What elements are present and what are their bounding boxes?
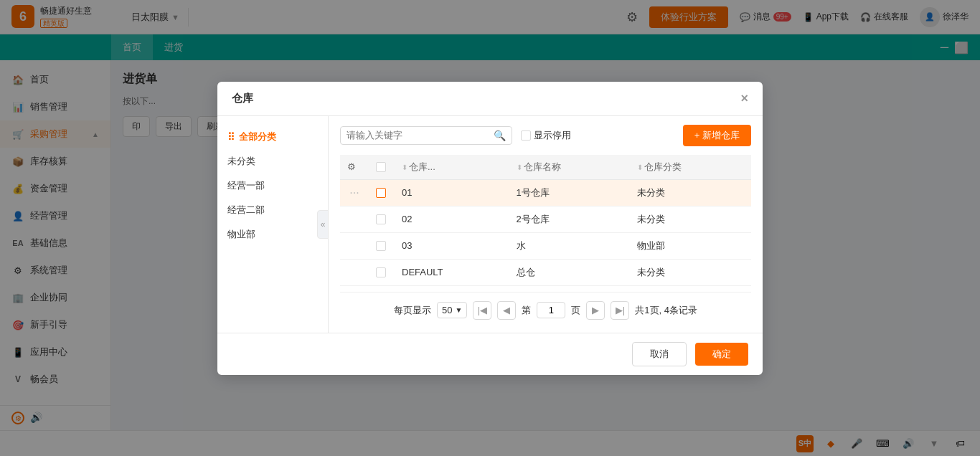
per-page-dropdown-icon: ▼ — [455, 306, 462, 314]
col-header-code: ⬍仓库... — [395, 155, 509, 180]
next-page-btn[interactable]: ▶ — [586, 301, 605, 320]
prev-page-btn[interactable]: ◀ — [497, 301, 516, 320]
search-box: 🔍 — [340, 126, 512, 145]
row-category-cell: 未分类 — [630, 179, 751, 206]
row-checkbox-cell — [369, 179, 395, 206]
row-category-cell: 未分类 — [630, 259, 751, 285]
col-header-checkbox — [369, 155, 395, 180]
modal-overlay: 仓库 × ⠿ 全部分类 未分类 经营一部 经营二部 物业部 « — [0, 0, 980, 456]
row-actions-cell — [340, 206, 369, 232]
warehouse-modal: 仓库 × ⠿ 全部分类 未分类 经营一部 经营二部 物业部 « — [217, 82, 763, 375]
modal-close-button[interactable]: × — [740, 92, 748, 105]
row-name-cell: 2号仓库 — [509, 206, 631, 232]
first-page-btn[interactable]: |◀ — [473, 301, 491, 320]
row-checkbox[interactable] — [376, 214, 386, 224]
modal-body: ⠿ 全部分类 未分类 经营一部 经营二部 物业部 « 🔍 — [217, 116, 763, 333]
row-name-cell: 水 — [509, 232, 631, 259]
search-input[interactable] — [347, 130, 494, 141]
row-actions-cell: ··· — [340, 179, 369, 206]
all-categories-item[interactable]: ⠿ 全部分类 — [217, 125, 328, 149]
page-number-input[interactable] — [537, 302, 565, 318]
modal-header: 仓库 × — [217, 82, 763, 116]
row-checkbox[interactable] — [376, 241, 386, 251]
warehouse-toolbar: 🔍 显示停用 + 新增仓库 — [340, 125, 751, 146]
table-row: ··· 01 1号仓库 未分类 — [340, 179, 751, 206]
table-row: 03 水 物业部 — [340, 232, 751, 259]
category-item-unclassified[interactable]: 未分类 — [217, 149, 328, 174]
warehouse-table-wrapper: ⚙ ⬍仓库... ⬍仓库名称 — [340, 155, 751, 286]
row-action-btn[interactable]: ··· — [349, 186, 359, 199]
row-category-cell: 物业部 — [630, 232, 751, 259]
category-item-property[interactable]: 物业部 — [217, 222, 328, 247]
row-code-cell: 03 — [395, 232, 509, 259]
row-checkbox-cell — [369, 206, 395, 232]
row-name-cell: 1号仓库 — [509, 179, 631, 206]
modal-footer: 取消 确定 — [217, 333, 763, 375]
total-info: 共1页, 4条记录 — [635, 304, 697, 317]
search-icon[interactable]: 🔍 — [494, 130, 506, 141]
category-item-ops1[interactable]: 经营一部 — [217, 174, 328, 198]
row-code-cell: 01 — [395, 179, 509, 206]
row-checkbox[interactable] — [376, 188, 386, 198]
row-code-cell: 02 — [395, 206, 509, 232]
table-row: DEFAULT 总仓 未分类 — [340, 259, 751, 285]
category-collapse-button[interactable]: « — [317, 210, 329, 239]
row-actions-cell — [340, 259, 369, 285]
grid-icon: ⠿ — [227, 131, 235, 143]
per-page-select[interactable]: 50 ▼ — [437, 302, 467, 318]
col-header-category: ⬍仓库分类 — [630, 155, 751, 180]
cancel-button[interactable]: 取消 — [632, 342, 687, 366]
warehouse-table: ⚙ ⬍仓库... ⬍仓库名称 — [340, 155, 751, 286]
category-panel: ⠿ 全部分类 未分类 经营一部 经营二部 物业部 « — [217, 116, 329, 333]
row-code-cell: DEFAULT — [395, 259, 509, 285]
row-checkbox-cell — [369, 259, 395, 285]
show-disabled-checkbox[interactable] — [521, 130, 531, 141]
row-checkbox-cell — [369, 232, 395, 259]
sort-icon-code: ⬍ — [402, 163, 407, 171]
row-category-cell: 未分类 — [630, 206, 751, 232]
show-disabled-checkbox-label[interactable]: 显示停用 — [521, 129, 571, 142]
row-actions-cell — [340, 232, 369, 259]
add-warehouse-button[interactable]: + 新增仓库 — [683, 125, 751, 146]
select-all-checkbox[interactable] — [376, 162, 386, 172]
confirm-button[interactable]: 确定 — [695, 343, 748, 366]
warehouse-panel: 🔍 显示停用 + 新增仓库 ⚙ — [329, 116, 763, 333]
last-page-btn[interactable]: ▶| — [611, 301, 629, 320]
col-header-gear: ⚙ — [340, 155, 369, 180]
category-item-ops2[interactable]: 经营二部 — [217, 198, 328, 222]
sort-icon-category: ⬍ — [637, 163, 643, 171]
settings-col-icon: ⚙ — [347, 161, 356, 172]
sort-icon-name: ⬍ — [517, 163, 522, 171]
row-name-cell: 总仓 — [509, 259, 631, 285]
table-row: 02 2号仓库 未分类 — [340, 206, 751, 232]
col-header-name: ⬍仓库名称 — [509, 155, 631, 180]
modal-title: 仓库 — [232, 92, 253, 105]
row-checkbox[interactable] — [376, 267, 386, 277]
pagination-bar: 每页显示 50 ▼ |◀ ◀ 第 页 ▶ ▶| 共1页, 4条记录 — [340, 292, 751, 324]
